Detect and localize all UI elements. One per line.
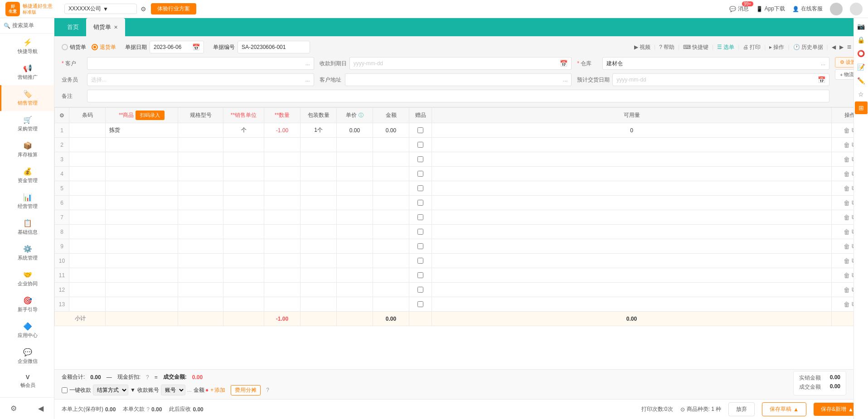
row-unit-price-3[interactable] [337, 167, 373, 181]
row-qty-5[interactable] [264, 196, 301, 210]
row-qty-8[interactable] [264, 239, 301, 254]
avatar[interactable] [830, 3, 843, 15]
sidebar-item-sales[interactable]: 🏷️ 销售管理 [0, 85, 54, 111]
row-product-4[interactable] [106, 181, 178, 196]
row-qty-11[interactable] [264, 283, 301, 297]
row-gift-0[interactable] [409, 123, 432, 138]
row-unit-11[interactable] [223, 283, 264, 297]
row-qty-10[interactable] [264, 268, 301, 283]
gift-checkbox-10[interactable] [417, 272, 423, 278]
row-barcode-8[interactable] [69, 239, 106, 254]
date-input[interactable]: 2023-06-06 📅 [150, 41, 204, 53]
row-barcode-5[interactable] [69, 196, 106, 210]
row-unit-price-8[interactable] [337, 239, 373, 254]
warehouse-input[interactable]: 建材仓 ... [602, 57, 829, 70]
row-qty-3[interactable] [264, 167, 301, 181]
row-unit-2[interactable] [223, 152, 264, 167]
row-product-0[interactable]: 拣货 [106, 123, 178, 138]
delete-icon-7[interactable]: 🗑 [844, 228, 850, 236]
gift-checkbox-2[interactable] [417, 156, 423, 162]
salesperson-input[interactable]: 选择... ... [87, 73, 314, 86]
row-unit-6[interactable] [223, 210, 264, 225]
row-product-11[interactable] [106, 283, 178, 297]
row-unit-5[interactable] [223, 196, 264, 210]
row-barcode-0[interactable] [69, 123, 106, 138]
order-no-input[interactable]: SA-20230606-001 [238, 41, 310, 53]
sidebar-item-marketing[interactable]: 📢 营销推广 [0, 59, 54, 85]
row-pkg-qty-12[interactable] [301, 297, 337, 312]
row-qty-4[interactable] [264, 181, 301, 196]
row-pkg-qty-1[interactable] [301, 138, 337, 152]
row-unit-9[interactable] [223, 254, 264, 268]
row-unit-price-7[interactable] [337, 225, 373, 239]
row-pkg-qty-3[interactable] [301, 167, 337, 181]
sidebar-collapse-icon[interactable]: ◀ [34, 400, 47, 416]
row-gift-3[interactable] [409, 167, 432, 181]
expense-split-btn[interactable]: 费用分摊 [231, 385, 261, 395]
sidebar-search[interactable]: 🔍 搜索菜单 [0, 18, 54, 34]
save-draft-btn[interactable]: 保存草稿 ▲ [762, 402, 806, 416]
sidebar-item-purchase[interactable]: 🛒 采购管理 [0, 111, 54, 137]
right-panel-note[interactable]: 📝 [855, 61, 868, 73]
row-spec-10[interactable] [178, 268, 223, 283]
sidebar-item-guide[interactable]: 🎯 新手引导 [0, 292, 54, 318]
row-amount-10[interactable] [373, 268, 409, 283]
row-qty-7[interactable] [264, 225, 301, 239]
row-unit-10[interactable] [223, 268, 264, 283]
gift-checkbox-12[interactable] [417, 301, 423, 307]
row-barcode-4[interactable] [69, 181, 106, 196]
row-qty-2[interactable] [264, 152, 301, 167]
row-product-2[interactable] [106, 152, 178, 167]
expense-help-icon[interactable]: ? [266, 387, 269, 393]
settings-icon[interactable]: ⚙ [141, 5, 146, 13]
row-pkg-qty-11[interactable] [301, 283, 337, 297]
toolbar-print[interactable]: 🖨 打印 [743, 43, 761, 51]
col-settings-header[interactable]: ⚙ [55, 108, 69, 123]
tab-sales-order[interactable]: 销货单 ✕ [86, 18, 125, 36]
remark-input[interactable] [87, 90, 829, 102]
toolbar-operation[interactable]: ▸ 操作 [769, 43, 784, 51]
row-unit-7[interactable] [223, 225, 264, 239]
row-gift-10[interactable] [409, 268, 432, 283]
gift-checkbox-9[interactable] [417, 258, 423, 264]
row-pkg-qty-10[interactable] [301, 268, 337, 283]
row-pkg-qty-6[interactable] [301, 210, 337, 225]
sidebar-item-wechat[interactable]: 💬 企业微信 [0, 343, 54, 369]
abandon-btn[interactable]: 放弃 [728, 402, 755, 416]
row-unit-price-9[interactable] [337, 254, 373, 268]
row-pkg-qty-4[interactable] [301, 181, 337, 196]
delete-icon-4[interactable]: 🗑 [844, 185, 850, 192]
row-amount-8[interactable] [373, 239, 409, 254]
toolbar-history[interactable]: 🕐 历史单据 [793, 43, 823, 51]
row-spec-3[interactable] [178, 167, 223, 181]
row-amount-11[interactable] [373, 283, 409, 297]
delete-icon-5[interactable]: 🗑 [844, 199, 850, 207]
gift-checkbox-6[interactable] [417, 214, 423, 220]
row-pkg-qty-2[interactable] [301, 152, 337, 167]
row-product-6[interactable] [106, 210, 178, 225]
row-spec-0[interactable] [178, 123, 223, 138]
message-btn[interactable]: 💬 消息 99+ [729, 5, 749, 13]
row-qty-9[interactable] [264, 254, 301, 268]
row-product-3[interactable] [106, 167, 178, 181]
delete-icon-9[interactable]: 🗑 [844, 257, 850, 265]
row-spec-6[interactable] [178, 210, 223, 225]
sidebar-item-quick-nav[interactable]: ⚡ 快捷导航 [0, 34, 54, 59]
add-payment-btn[interactable]: + 添加 [210, 386, 225, 394]
toolbar-nav-next[interactable]: ▶ [839, 44, 844, 50]
radio-sales[interactable]: 销货单 [62, 43, 86, 51]
row-unit-price-10[interactable] [337, 268, 373, 283]
row-amount-4[interactable] [373, 181, 409, 196]
row-unit-price-5[interactable] [337, 196, 373, 210]
row-spec-11[interactable] [178, 283, 223, 297]
row-unit-price-0[interactable]: 0.00 [337, 123, 373, 138]
toolbar-video[interactable]: ▶ 视频 [634, 43, 650, 51]
row-pkg-qty-7[interactable] [301, 225, 337, 239]
gift-checkbox-8[interactable] [417, 243, 423, 249]
row-qty-0[interactable]: -1.00 [264, 123, 301, 138]
row-unit-3[interactable] [223, 167, 264, 181]
right-panel-star[interactable]: ☆ [855, 88, 868, 101]
toolbar-select[interactable]: ☰ 选单 [717, 43, 734, 51]
gift-checkbox-4[interactable] [417, 185, 423, 191]
row-amount-5[interactable] [373, 196, 409, 210]
